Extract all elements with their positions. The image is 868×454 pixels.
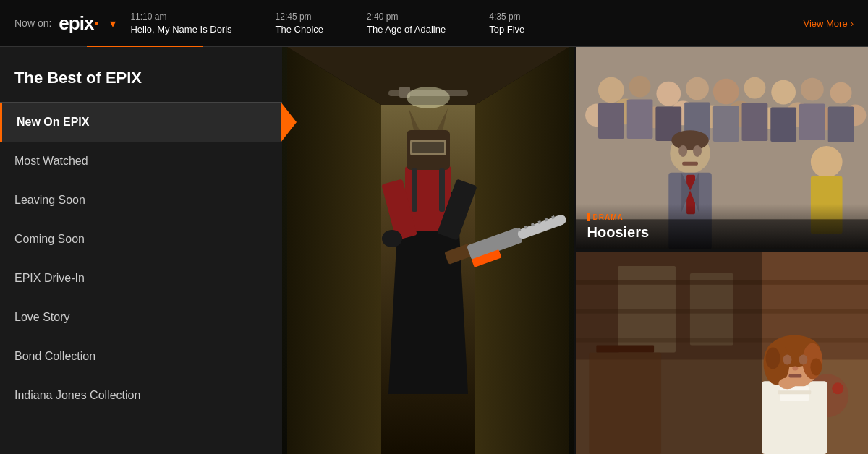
svg-rect-93 [778, 390, 811, 394]
svg-point-29 [382, 230, 402, 247]
sidebar-item-leaving-soon[interactable]: Leaving Soon [0, 181, 282, 220]
svg-point-39 [830, 82, 851, 104]
svg-rect-97 [596, 346, 654, 353]
sidebar-item-label-coming-soon: Coming Soon [14, 233, 85, 246]
schedule-time-3: 2:40 pm [367, 12, 446, 22]
hoosiers-genre-text: DRAMA [593, 213, 624, 221]
svg-rect-55 [741, 103, 767, 141]
view-more-label: View More [803, 18, 847, 29]
svg-point-88 [783, 354, 791, 364]
svg-rect-58 [827, 106, 854, 142]
svg-rect-50 [597, 103, 624, 139]
sidebar-item-indiana-jones[interactable]: Indiana Jones Collection [0, 376, 282, 415]
hoosiers-title: Hoosiers [587, 224, 858, 241]
bottom-right-movie-panel[interactable] [576, 252, 869, 454]
svg-rect-54 [712, 106, 739, 142]
villain-scene [282, 47, 574, 454]
view-more-chevron-icon: › [851, 18, 854, 29]
svg-point-90 [792, 366, 798, 370]
schedule-title-4: Top Five [489, 24, 524, 35]
sidebar-item-label-indiana-jones: Indiana Jones Collection [14, 389, 140, 402]
top-navigation-bar: Now on: epix ● ▾ 11:10 am Hello, My Name… [0, 0, 868, 47]
svg-point-37 [771, 80, 796, 105]
logo-underline [87, 46, 203, 47]
svg-point-33 [656, 82, 681, 106]
svg-rect-67 [682, 162, 698, 166]
channel-dropdown-arrow[interactable]: ▾ [110, 17, 116, 30]
svg-point-32 [629, 76, 650, 98]
sidebar-item-epix-drive-in[interactable]: EPIX Drive-In [0, 259, 282, 298]
schedule-item-1[interactable]: 11:10 am Hello, My Name Is Doris [130, 12, 231, 35]
epix-logo-text: epix [59, 12, 93, 35]
epix-logo[interactable]: epix ● [59, 12, 98, 35]
schedule-item-2[interactable]: 12:45 pm The Choice [276, 12, 323, 35]
svg-rect-51 [626, 99, 652, 139]
svg-rect-56 [770, 107, 796, 142]
svg-point-36 [744, 77, 765, 99]
svg-point-80 [832, 382, 843, 394]
content-area: DRAMA Hoosiers [282, 47, 868, 454]
schedule-time-4: 4:35 pm [489, 12, 524, 22]
svg-rect-27 [412, 168, 417, 212]
svg-rect-91 [788, 374, 801, 377]
svg-point-89 [799, 354, 807, 364]
epix-logo-dot: ● [94, 19, 98, 27]
main-layout: The Best of EPIX New On EPIX Most Watche… [0, 47, 868, 454]
svg-point-35 [712, 79, 739, 105]
sidebar: The Best of EPIX New On EPIX Most Watche… [0, 47, 282, 454]
svg-marker-1 [287, 47, 381, 454]
schedule-item-4[interactable]: 4:35 pm Top Five [489, 12, 524, 35]
sidebar-item-label-epix-drive-in: EPIX Drive-In [14, 272, 85, 285]
schedule-title-1: Hello, My Name Is Doris [130, 24, 231, 35]
sidebar-item-label-bond-collection: Bond Collection [14, 350, 95, 363]
svg-rect-57 [799, 103, 825, 140]
sidebar-item-coming-soon[interactable]: Coming Soon [0, 220, 282, 259]
svg-point-60 [671, 130, 709, 150]
sidebar-item-new-on-epix[interactable]: New On EPIX [0, 103, 282, 142]
sidebar-item-love-story[interactable]: Love Story [0, 298, 282, 337]
top-right-movie-panel[interactable]: DRAMA Hoosiers [576, 47, 869, 249]
sidebar-item-label-love-story: Love Story [14, 311, 69, 324]
schedule-time-1: 11:10 am [130, 12, 231, 22]
svg-point-31 [597, 77, 624, 103]
sidebar-item-most-watched[interactable]: Most Watched [0, 142, 282, 181]
svg-point-86 [765, 348, 780, 369]
svg-point-34 [686, 77, 709, 100]
svg-point-87 [810, 358, 822, 375]
schedule-item-3[interactable]: 2:40 pm The Age of Adaline [367, 12, 446, 35]
sidebar-item-bond-collection[interactable]: Bond Collection [0, 337, 282, 376]
svg-point-68 [810, 146, 842, 178]
svg-rect-16 [412, 142, 444, 153]
sidebar-item-label-most-watched: Most Watched [14, 155, 88, 168]
hoosiers-overlay: DRAMA Hoosiers [576, 204, 869, 249]
schedule-items: 11:10 am Hello, My Name Is Doris 12:45 p… [130, 12, 803, 35]
svg-rect-96 [589, 353, 661, 454]
now-on-label: Now on: [14, 17, 51, 29]
schedule-title-2: The Choice [276, 24, 323, 35]
main-movie-panel[interactable] [282, 47, 574, 454]
svg-point-94 [778, 377, 796, 389]
view-more-button[interactable]: View More › [803, 18, 854, 29]
schedule-title-3: The Age of Adaline [367, 24, 446, 35]
sidebar-item-label-leaving-soon: Leaving Soon [14, 194, 85, 207]
sidebar-header: The Best of EPIX [0, 47, 282, 102]
svg-point-65 [678, 145, 687, 157]
svg-point-66 [693, 145, 702, 157]
sidebar-item-label-new-on-epix: New On EPIX [17, 116, 89, 129]
schedule-time-2: 12:45 pm [276, 12, 323, 22]
main-movie-svg [287, 47, 569, 454]
svg-rect-28 [439, 168, 445, 212]
svg-point-7 [407, 87, 450, 108]
hoosiers-genre: DRAMA [587, 213, 858, 221]
svg-point-38 [800, 78, 823, 101]
genre-bar-icon [587, 213, 590, 221]
love-story-bg-svg [576, 252, 869, 454]
